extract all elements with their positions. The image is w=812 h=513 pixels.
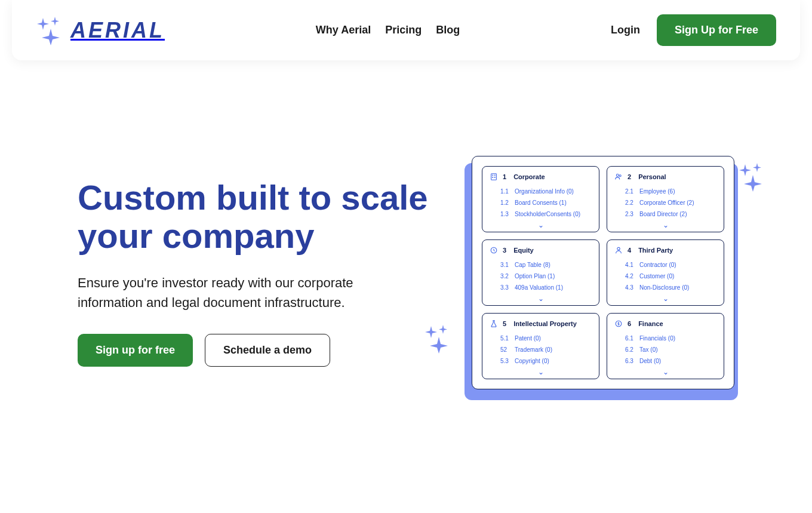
panel-item[interactable]: 6.3Debt (0) — [625, 355, 716, 367]
dollar-icon — [614, 320, 623, 328]
panel-item-index: 5.1 — [500, 333, 511, 344]
panel-item[interactable]: 3.1Cap Table (8) — [500, 259, 592, 271]
panel-item-list: 5.1Patent (0)52Trademark (0)5.3Copyright… — [490, 333, 592, 367]
category-panel[interactable]: 1Corporate1.1Organizational Info (0)1.2B… — [482, 166, 599, 232]
panel-number: 1 — [503, 173, 506, 180]
clock-icon — [490, 246, 498, 254]
chevron-down-icon[interactable]: ⌄ — [538, 368, 544, 376]
category-panel[interactable]: 4Third Party4.1Contractor (0)4.2Customer… — [607, 239, 724, 306]
panel-header: 4Third Party — [614, 246, 716, 254]
panel-item-label: Trademark (0) — [515, 344, 552, 355]
panel-item[interactable]: 2.1Employee (6) — [625, 186, 716, 197]
building-icon — [490, 173, 498, 181]
panel-item[interactable]: 2.3Board Director (2) — [625, 208, 716, 220]
panel-item[interactable]: 1.3StockholderConsents (0) — [500, 208, 592, 220]
panel-header: 2Personal — [614, 173, 716, 181]
panel-item-label: Tax (0) — [639, 344, 658, 355]
category-panel[interactable]: 2Personal2.1Employee (6)2.2Corporate Off… — [607, 166, 724, 232]
panel-item-index: 6.2 — [625, 344, 636, 355]
chevron-down-icon[interactable]: ⌄ — [663, 368, 669, 376]
sparkles-icon — [424, 324, 454, 354]
nav-pricing[interactable]: Pricing — [385, 24, 422, 36]
panel-item-index: 1.3 — [500, 208, 511, 220]
chevron-down-icon[interactable]: ⌄ — [538, 221, 544, 229]
panel-item[interactable]: 3.2Option Plan (1) — [500, 271, 592, 282]
chevron-down-icon[interactable]: ⌄ — [663, 294, 669, 303]
panel-item[interactable]: 6.1Financials (0) — [625, 333, 716, 344]
panel-item[interactable]: 3.3409a Valuation (1) — [500, 282, 592, 293]
panel-item-index: 3.1 — [500, 259, 511, 271]
category-panel[interactable]: 5Intellectual Property5.1Patent (0)52Tra… — [482, 313, 599, 379]
panel-item[interactable]: 1.2Board Consents (1) — [500, 197, 592, 208]
panel-item[interactable]: 5.3Copyright (0) — [500, 355, 592, 367]
panel-item-index: 2.2 — [625, 197, 636, 208]
panel-item-label: Organizational Info (0) — [515, 186, 574, 197]
brand-name: AERIAL — [70, 18, 165, 43]
panel-item-index: 4.1 — [625, 259, 636, 271]
panel-item[interactable]: 4.2Customer (0) — [625, 271, 716, 282]
panel-item[interactable]: 2.2Corporate Officer (2) — [625, 197, 716, 208]
panel-item[interactable]: 52Trademark (0) — [500, 344, 592, 355]
panel-item[interactable]: 4.1Contractor (0) — [625, 259, 716, 271]
sparkles-icon — [36, 16, 66, 45]
panel-item-label: Financials (0) — [639, 333, 675, 344]
hero-title: Custom built to scale your company — [78, 179, 448, 255]
panel-item-label: Customer (0) — [639, 271, 674, 282]
panel-item[interactable]: 4.3Non-Disclosure (0) — [625, 282, 716, 293]
panel-item-list: 6.1Financials (0)6.2Tax (0)6.3Debt (0) — [614, 333, 716, 367]
panel-item-index: 2.3 — [625, 208, 636, 220]
panel-title: Intellectual Property — [513, 320, 577, 327]
panel-item-label: StockholderConsents (0) — [515, 208, 580, 220]
panel-number: 2 — [628, 173, 631, 180]
logo-link[interactable]: AERIAL — [36, 16, 165, 45]
hero-section: Custom built to scale your company Ensur… — [12, 96, 800, 425]
panel-number: 5 — [503, 320, 506, 327]
panel-item-label: Debt (0) — [639, 355, 661, 367]
panel-title: Third Party — [638, 247, 673, 254]
panel-item-list: 3.1Cap Table (8)3.2Option Plan (1)3.3409… — [490, 259, 592, 293]
panel-header: 3Equity — [490, 246, 592, 254]
panel-title: Corporate — [513, 173, 545, 180]
panel-header: 5Intellectual Property — [490, 320, 592, 328]
schedule-demo-button[interactable]: Schedule a demo — [205, 334, 330, 367]
panel-item-label: Board Consents (1) — [515, 197, 567, 208]
panel-item-label: Board Director (2) — [639, 208, 687, 220]
panel-item-list: 2.1Employee (6)2.2Corporate Officer (2)2… — [614, 186, 716, 220]
panel-title: Finance — [638, 320, 663, 327]
panel-item-index: 1.2 — [500, 197, 511, 208]
panel-header: 1Corporate — [490, 173, 592, 181]
panel-item-label: Contractor (0) — [639, 259, 676, 271]
panel-item-index: 6.3 — [625, 355, 636, 367]
hero-copy: Custom built to scale your company Ensur… — [78, 179, 448, 367]
nav-why-aerial[interactable]: Why Aerial — [316, 24, 371, 36]
sparkles-icon — [738, 162, 768, 192]
panel-item-label: Patent (0) — [515, 333, 541, 344]
panel-item-index: 6.1 — [625, 333, 636, 344]
panel-item-label: Non-Disclosure (0) — [639, 282, 689, 293]
panel-item-index: 4.2 — [625, 271, 636, 282]
panel-item[interactable]: 1.1Organizational Info (0) — [500, 186, 592, 197]
dashboard-preview: 1Corporate1.1Organizational Info (0)1.2B… — [472, 156, 734, 389]
panel-item-label: Option Plan (1) — [515, 271, 555, 282]
panel-number: 6 — [628, 320, 631, 327]
category-panel[interactable]: 3Equity3.1Cap Table (8)3.2Option Plan (1… — [482, 239, 599, 306]
panel-item-label: 409a Valuation (1) — [515, 282, 563, 293]
login-link[interactable]: Login — [611, 24, 640, 36]
panel-item[interactable]: 6.2Tax (0) — [625, 344, 716, 355]
panel-item[interactable]: 5.1Patent (0) — [500, 333, 592, 344]
primary-nav: Why Aerial Pricing Blog — [316, 24, 460, 36]
panel-item-index: 2.1 — [625, 186, 636, 197]
panel-number: 4 — [628, 247, 631, 254]
category-panel[interactable]: 6Finance6.1Financials (0)6.2Tax (0)6.3De… — [607, 313, 724, 379]
flask-icon — [490, 320, 498, 328]
nav-blog[interactable]: Blog — [436, 24, 460, 36]
panel-item-index: 1.1 — [500, 186, 511, 197]
signup-button-hero[interactable]: Sign up for free — [78, 334, 193, 367]
chevron-down-icon[interactable]: ⌄ — [538, 294, 544, 303]
panel-item-index: 3.3 — [500, 282, 511, 293]
panel-item-list: 1.1Organizational Info (0)1.2Board Conse… — [490, 186, 592, 220]
panel-item-index: 52 — [500, 344, 511, 355]
signup-button-header[interactable]: Sign Up for Free — [657, 14, 776, 46]
chevron-down-icon[interactable]: ⌄ — [663, 221, 669, 229]
panel-item-label: Corporate Officer (2) — [639, 197, 694, 208]
